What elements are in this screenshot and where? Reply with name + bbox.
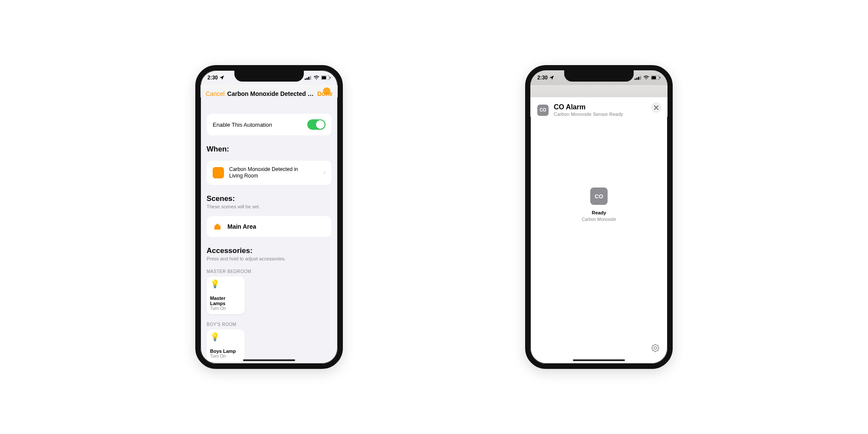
bulb-icon: 💡 (210, 280, 241, 288)
close-button[interactable] (651, 102, 661, 113)
svg-rect-3 (310, 76, 311, 80)
accessory-tile-boys-lamp[interactable]: 💡 Boys Lamp Turn On (207, 329, 245, 362)
sensor-icon (213, 167, 224, 178)
scene-row-main-area[interactable]: Main Area (207, 216, 332, 237)
device-notch (234, 70, 304, 82)
tile-name: Master Lamps (210, 296, 241, 306)
svg-rect-5 (322, 76, 326, 79)
cellular-icon (635, 76, 641, 80)
enable-automation-label: Enable This Automation (213, 122, 272, 128)
svg-rect-9 (638, 77, 639, 80)
location-arrow-icon (220, 76, 224, 80)
scroll-content: Enable This Automation When: Carbon Mono… (201, 97, 338, 364)
svg-rect-8 (636, 78, 638, 80)
enable-automation-row[interactable]: Enable This Automation (207, 114, 332, 135)
svg-rect-12 (652, 76, 656, 79)
sensor-status: CO Ready Carbon Monoxide (530, 187, 667, 222)
nav-title: Carbon Monoxide Detected in… (225, 90, 317, 97)
modal-grab-area (530, 85, 667, 97)
svg-line-21 (658, 350, 658, 351)
location-arrow-icon (549, 76, 554, 80)
accessories-subtext: Press and hold to adjust accessories. (207, 256, 332, 261)
svg-rect-7 (635, 79, 636, 80)
accessories-heading: Accessories: (207, 247, 332, 255)
sensor-subtitle: Carbon Monoxide Sensor Ready (554, 112, 623, 117)
tile-state: Turn On (210, 306, 241, 311)
nav-bar: Cancel Carbon Monoxide Detected in… Done (201, 85, 338, 102)
device-notch (564, 70, 634, 82)
clock: 2:30 (207, 75, 218, 81)
svg-line-22 (658, 345, 658, 346)
enable-toggle[interactable] (307, 119, 326, 130)
room-label-master: MASTER BEDROOM (207, 269, 332, 274)
svg-rect-10 (640, 76, 641, 80)
scene-name: Main Area (227, 223, 256, 230)
wifi-icon (643, 76, 649, 80)
co-badge-icon: CO (537, 105, 549, 116)
trigger-row[interactable]: Carbon Monoxide Detected in Living Room … (207, 161, 332, 185)
bulb-icon: 💡 (210, 333, 241, 341)
home-indicator[interactable] (243, 359, 295, 361)
phone-sensor-detail: 2:30 CO CO Alarm Carbon Monoxide Sensor … (525, 65, 673, 369)
svg-rect-1 (306, 78, 308, 80)
svg-line-20 (652, 345, 653, 346)
svg-rect-2 (308, 77, 309, 80)
home-indicator[interactable] (573, 359, 625, 361)
co-large-icon: CO (590, 187, 608, 205)
battery-icon (321, 76, 331, 80)
gear-icon (651, 344, 660, 352)
when-heading: When: (207, 145, 332, 154)
battery-icon (651, 76, 661, 80)
sensor-type-label: Carbon Monoxide (582, 217, 616, 222)
home-icon (213, 222, 222, 231)
accessory-tile-master-lamps[interactable]: 💡 Master Lamps Turn On (207, 276, 245, 314)
sensor-title: CO Alarm (554, 103, 623, 111)
room-label-boys: BOY'S ROOM (207, 322, 332, 327)
svg-line-23 (652, 350, 653, 351)
trigger-text-line2: Living Room (229, 173, 298, 179)
tile-name: Boys Lamp (210, 349, 241, 354)
svg-rect-0 (305, 79, 306, 80)
svg-rect-13 (660, 77, 661, 79)
trigger-text-line1: Carbon Monoxide Detected in (229, 166, 298, 173)
scenes-subtext: These scenes will be set. (207, 204, 332, 209)
scenes-heading: Scenes: (207, 194, 332, 203)
done-button[interactable]: Done (317, 90, 332, 97)
sensor-header: CO CO Alarm Carbon Monoxide Sensor Ready (530, 97, 667, 117)
settings-button[interactable] (651, 344, 660, 352)
cellular-icon (305, 76, 312, 80)
phone-automation-detail: 2:30 Cancel Carbon Monoxide Detected in…… (195, 65, 343, 369)
sensor-ready-label: Ready (592, 210, 606, 215)
svg-rect-6 (330, 77, 331, 79)
svg-point-15 (654, 347, 657, 349)
chevron-right-icon: › (323, 169, 326, 177)
close-icon (654, 105, 658, 110)
tile-state: Turn On (210, 354, 241, 358)
wifi-icon (313, 76, 319, 80)
clock: 2:30 (537, 75, 548, 81)
cancel-button[interactable]: Cancel (206, 90, 225, 97)
